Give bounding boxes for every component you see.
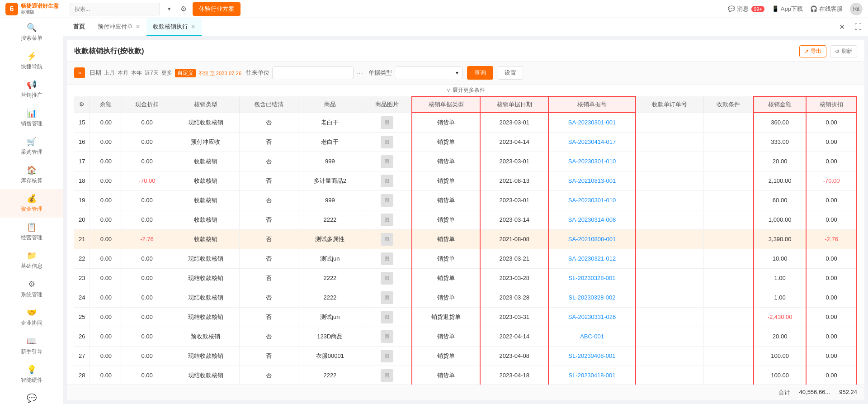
filter-expand-arrow[interactable]: » xyxy=(74,67,85,78)
expand-more-btn[interactable]: ∨ 展开更多条件 xyxy=(67,85,864,96)
industry-btn[interactable]: 休验行业方案 xyxy=(193,2,241,16)
td-receipt-order xyxy=(636,113,703,132)
tab-expand-icon[interactable]: ⛶ xyxy=(852,21,864,33)
sidebar-item-basic[interactable]: 📁 基础信息 xyxy=(0,246,63,275)
td-receipt-order xyxy=(636,366,703,385)
user-avatar[interactable]: Rit xyxy=(850,3,863,15)
td-verify-no: SL-20230418-001 xyxy=(548,366,636,385)
tab-close-verify[interactable]: ✕ xyxy=(191,24,195,30)
tab-verify[interactable]: 收款核销执行 ✕ xyxy=(146,18,202,36)
td-receipt-condition xyxy=(703,366,754,385)
table-row: 19 0.00 0.00 收款核销 否 999 图 销货单 2023-03-01… xyxy=(74,190,857,210)
td-verify-type: 预收款核销 xyxy=(172,327,239,346)
td-cash-discount: 0.00 xyxy=(122,113,172,132)
td-verify-voucher-type: 销货单 xyxy=(412,190,480,210)
table-row: 22 0.00 0.00 现结收款核销 否 测试jun 图 销货单 2023-0… xyxy=(74,249,857,268)
filter-7days[interactable]: 近7天 xyxy=(145,69,159,77)
sidebar-item-collab[interactable]: 🤝 企业协同 xyxy=(0,303,63,332)
td-cash-discount: 0.00 xyxy=(122,366,172,385)
basic-icon: 📁 xyxy=(27,251,37,261)
filter-partner-dots[interactable]: ··· xyxy=(356,70,364,76)
td-include-settled: 否 xyxy=(240,288,298,307)
settings-icon[interactable]: ⚙ xyxy=(178,4,189,14)
td-verify-no: ABC-001 xyxy=(548,327,636,346)
td-verify-discount: 0.00 xyxy=(806,132,857,152)
td-include-settled: 否 xyxy=(240,249,298,268)
sidebar-item-operation[interactable]: 📋 经营管理 xyxy=(0,218,63,246)
td-product: 999 xyxy=(298,152,362,171)
td-product: 测试jun xyxy=(298,249,362,268)
td-balance: 0.00 xyxy=(90,210,122,229)
th-gear[interactable]: ⚙ xyxy=(74,96,90,113)
filter-last-month[interactable]: 上月 xyxy=(104,69,115,77)
td-product-img: 图 xyxy=(362,152,412,171)
sidebar-item-hardware[interactable]: 💡 智能硬件 xyxy=(0,360,63,389)
td-verify-no: SA-20210808-001 xyxy=(548,229,636,249)
filter-more[interactable]: 更多 xyxy=(161,69,172,77)
tab-close-icon[interactable]: ✕ xyxy=(835,21,848,33)
data-table: ⚙ 余额 现金折扣 核销类型 包含已结清 商品 商品图片 核销单据类型 核销单据… xyxy=(74,96,857,385)
filter-partner-input[interactable] xyxy=(272,67,354,79)
td-include-settled: 否 xyxy=(240,152,298,171)
td-verify-date: 2023-04-14 xyxy=(480,132,548,152)
td-id: 24 xyxy=(74,288,90,307)
filter-bar: » 日期 上月 本月 本年 近7天 更多 自定义 不限 至 2023-07-26… xyxy=(67,62,864,85)
td-verify-discount: 0.00 xyxy=(806,113,857,132)
table-container[interactable]: ⚙ 余额 现金折扣 核销类型 包含已结清 商品 商品图片 核销单据类型 核销单据… xyxy=(67,96,864,385)
sidebar-item-sales[interactable]: 📊 销售管理 xyxy=(0,104,63,132)
td-verify-type: 现结收款核销 xyxy=(172,288,239,307)
table-row: 17 0.00 0.00 收款核销 否 999 图 销货单 2023-03-01… xyxy=(74,152,857,171)
sidebar-item-guide[interactable]: 📖 新手引导 xyxy=(0,332,63,360)
filter-custom[interactable]: 自定义 xyxy=(175,69,196,77)
td-verify-date: 2023-03-01 xyxy=(480,113,548,132)
top-bar-center: ▾ ⚙ 休验行业方案 xyxy=(70,2,722,16)
td-balance: 0.00 xyxy=(90,366,122,385)
td-verify-discount: -70.00 xyxy=(806,171,857,190)
sidebar-item-purchase[interactable]: 🛒 采购管理 xyxy=(0,132,63,161)
td-verify-discount: 0.00 xyxy=(806,268,857,288)
td-verify-amount: 3,390.00 xyxy=(754,229,806,249)
message-btn[interactable]: 💬 消息 99+ xyxy=(728,5,764,13)
tab-prepay[interactable]: 预付冲应付单 ✕ xyxy=(91,18,146,36)
td-verify-voucher-type: 销货单 xyxy=(412,210,480,229)
query-btn[interactable]: 查询 xyxy=(467,66,493,80)
sidebar-item-search[interactable]: 🔍 搜索菜单 xyxy=(0,18,63,47)
app-download-btn[interactable]: 📱 App下载 xyxy=(772,5,803,13)
th-verify-type: 核销类型 xyxy=(172,96,239,113)
td-id: 22 xyxy=(74,249,90,268)
td-id: 23 xyxy=(74,268,90,288)
td-verify-type: 现结收款核销 xyxy=(172,307,239,327)
sidebar-item-wechat[interactable]: 💬 企业微信 xyxy=(0,389,63,404)
sidebar-item-inventory[interactable]: 🏠 库存核算 xyxy=(0,161,63,189)
refresh-btn[interactable]: ↺ 刷新 xyxy=(830,45,857,57)
online-service-btn[interactable]: 🎧 在线客服 xyxy=(810,5,843,13)
dropdown-icon[interactable]: ▾ xyxy=(164,4,175,14)
td-receipt-condition xyxy=(703,249,754,268)
sidebar-item-system[interactable]: ⚙ 系统管理 xyxy=(0,275,63,303)
purchase-icon: 🛒 xyxy=(27,137,37,147)
filter-settings-btn[interactable]: 设置 xyxy=(498,66,523,80)
td-balance: 0.00 xyxy=(90,132,122,152)
page-header: 收款核销执行(按收款) ↗ 导出 ↺ 刷新 xyxy=(67,40,864,62)
search-input[interactable] xyxy=(70,3,160,15)
filter-this-year[interactable]: 本年 xyxy=(131,69,142,77)
td-receipt-order xyxy=(636,132,703,152)
td-verify-no: SA-20230414-017 xyxy=(548,132,636,152)
td-verify-voucher-type: 销货单 xyxy=(412,171,480,190)
sidebar-item-finance[interactable]: 💰 资金管理 xyxy=(0,189,63,218)
app-name: 畅捷通谱好生意 xyxy=(21,3,59,9)
td-verify-voucher-type: 销货单 xyxy=(412,327,480,346)
tab-close-prepay[interactable]: ✕ xyxy=(136,24,140,30)
filter-this-month[interactable]: 本月 xyxy=(118,69,128,77)
export-btn[interactable]: ↗ 导出 xyxy=(799,45,826,57)
sidebar-item-quick[interactable]: ⚡ 快捷导航 xyxy=(0,47,63,75)
tab-home[interactable]: 首页 xyxy=(67,18,91,36)
page-content: 收款核销执行(按收款) ↗ 导出 ↺ 刷新 » 日期 上月 xyxy=(67,40,864,400)
td-product-img: 图 xyxy=(362,210,412,229)
td-product-img: 图 xyxy=(362,113,412,132)
sidebar-item-marketing[interactable]: 📢 营销推广 xyxy=(0,75,63,104)
td-product: 老白干 xyxy=(298,132,362,152)
td-receipt-condition xyxy=(703,346,754,366)
filter-voucher-select[interactable]: ▾ xyxy=(395,67,462,79)
sidebar-label: 智能硬件 xyxy=(21,376,42,384)
